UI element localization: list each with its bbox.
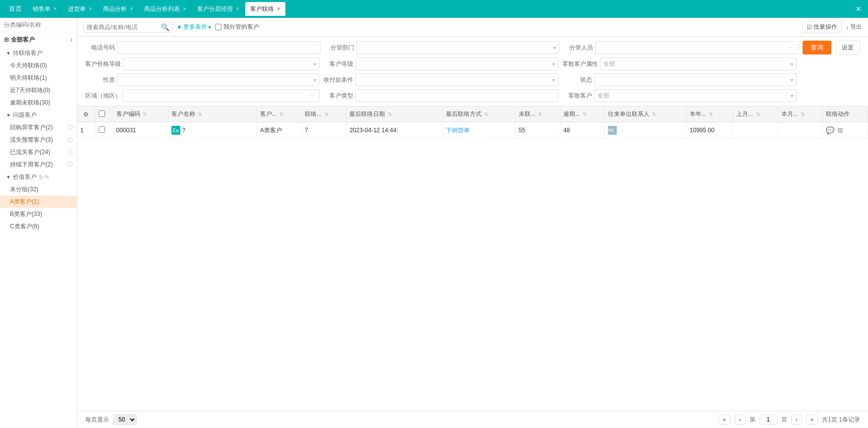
- region-dots-icon[interactable]: ···: [307, 92, 316, 99]
- col-last-date[interactable]: 最后联络日期 ⇅: [346, 107, 442, 122]
- col-overdue[interactable]: 逾期... ⇅: [560, 107, 604, 122]
- main-search-icon[interactable]: 🔍: [161, 23, 169, 31]
- close-analysis-list-tab-icon[interactable]: ×: [183, 5, 186, 12]
- message-action-icon[interactable]: 💬: [826, 126, 834, 134]
- customer-level-select[interactable]: ▾: [355, 57, 558, 70]
- col-last-month[interactable]: 上月... ⇅: [733, 107, 778, 122]
- col-customer-type[interactable]: 客户... ⇅: [257, 107, 301, 122]
- nav-tab-purchase[interactable]: 进货单 ×: [63, 2, 97, 16]
- nav-tab-analysis-list[interactable]: 商品分析列表 ×: [139, 2, 191, 16]
- col-gear[interactable]: ⚙: [77, 107, 95, 122]
- filter-field-price-level: 客户价格等级 ▾: [85, 57, 320, 70]
- col-unit-contacts[interactable]: 往来单位联系人 ⇅: [605, 107, 687, 122]
- phone-input[interactable]: [117, 41, 321, 54]
- col-checkbox[interactable]: [95, 107, 113, 122]
- payment-arrow-icon: ▾: [552, 77, 555, 83]
- prev-page-button[interactable]: ‹: [735, 415, 746, 425]
- sidebar-search-box[interactable]: 🔍: [0, 18, 77, 32]
- price-level-select[interactable]: ▾: [123, 57, 320, 70]
- close-purchase-tab-icon[interactable]: ×: [89, 5, 92, 12]
- sidebar-all-customers[interactable]: ⊞ 全部客户 ‹: [0, 32, 77, 47]
- sidebar-collapse-icon[interactable]: ‹: [70, 35, 73, 44]
- first-page-button[interactable]: «: [718, 415, 731, 425]
- sidebar-item-classB[interactable]: B类客户(33): [0, 208, 77, 220]
- retail-customer-arrow-icon: ▾: [791, 93, 793, 99]
- window-close-button[interactable]: ×: [853, 4, 864, 14]
- col-this-month[interactable]: 本月... ⇅: [778, 107, 822, 122]
- nav-tab-analysis[interactable]: 商品分析 ×: [98, 2, 138, 16]
- region-select[interactable]: ···: [123, 89, 320, 102]
- cell-last-month: [733, 122, 778, 139]
- status-select[interactable]: ▾: [594, 73, 797, 86]
- close-contact-tab-icon[interactable]: ×: [277, 5, 280, 12]
- sidebar-item-churn-warn[interactable]: 流失预警客户(3) ⓘ: [0, 134, 77, 146]
- refresh-icon[interactable]: ↻: [39, 174, 44, 181]
- close-sales-tab-icon[interactable]: ×: [54, 5, 57, 12]
- page-size-select[interactable]: 50: [113, 414, 137, 425]
- sidebar-item-near7[interactable]: 近7天待联络(0): [0, 84, 77, 97]
- nav-tab-customer-segment[interactable]: 客户分层经营 ×: [192, 2, 244, 16]
- col-this-year[interactable]: 本年... ⇅: [687, 107, 733, 122]
- sidebar-item-tomorrow[interactable]: 明天待联络(1): [0, 72, 77, 84]
- person-select[interactable]: ···: [595, 41, 799, 54]
- nav-tab-customer-contact[interactable]: 客户联络 ×: [245, 2, 285, 16]
- nature-select[interactable]: ▾: [117, 73, 320, 86]
- query-button[interactable]: 查询: [803, 41, 831, 54]
- more-filter-button[interactable]: ▼ 更多条件 ▾: [176, 23, 211, 31]
- nav-home[interactable]: 首页: [4, 2, 27, 16]
- retail-attr-select[interactable]: 全部 ▾: [600, 57, 797, 70]
- col-last-method[interactable]: 最后联络方式 ⇅: [442, 107, 515, 122]
- close-segment-tab-icon[interactable]: ×: [236, 5, 239, 12]
- sort-tmonth-icon: ⇅: [801, 111, 805, 117]
- retail-customer-select[interactable]: 全部 ▾: [594, 89, 797, 102]
- sidebar-item-overdue[interactable]: 逾期未联络(30): [0, 97, 77, 109]
- settings-button[interactable]: 设置: [835, 41, 860, 54]
- footer-pagination: 每页显示 50 « ‹ 第 页 › » 共1页 1条记录: [77, 411, 868, 428]
- sidebar-item-repurchase[interactable]: 回购异常客户(2) ⓘ: [0, 121, 77, 134]
- edit-value-icon[interactable]: ✎: [45, 174, 50, 181]
- dept-select[interactable]: ▾: [356, 41, 560, 54]
- sidebar-group-problem[interactable]: ▼ 问题客户: [0, 109, 77, 121]
- person-dots-icon[interactable]: ···: [786, 44, 795, 51]
- sidebar-item-today[interactable]: 今天待联络(0): [0, 59, 77, 72]
- sidebar-group-pending[interactable]: ▼ 待联络客户: [0, 47, 77, 59]
- sidebar-group-value[interactable]: ▼ 价值客户 ↻ ✎: [0, 171, 77, 183]
- main-search-box[interactable]: 🔍: [83, 22, 172, 33]
- sidebar-item-ungroup[interactable]: 未分组(32): [0, 183, 77, 196]
- export-button[interactable]: ↓ 导出: [846, 23, 862, 31]
- col-no-contact[interactable]: 未联... ⇅: [515, 107, 560, 122]
- my-customers-checkbox[interactable]: [215, 24, 221, 30]
- sidebar-item-classC[interactable]: C类客户(6): [0, 220, 77, 233]
- sidebar-item-continue-decline[interactable]: 持续下滑客户(2) ⓘ: [0, 159, 77, 171]
- filter-bar: 🔍 ▼ 更多条件 ▾ 我分管的客户 ☑ 批量操作 ↓ 导出: [77, 18, 868, 37]
- customer-type-select[interactable]: [355, 89, 558, 102]
- sort-unit-icon: ⇅: [652, 111, 656, 117]
- select-all-checkbox[interactable]: [99, 110, 105, 117]
- close-analysis-tab-icon[interactable]: ×: [130, 5, 133, 12]
- filter-field-customer-type: 客户类型: [324, 89, 558, 102]
- col-name[interactable]: 客户名称 ⇅: [168, 107, 257, 122]
- page-number-input[interactable]: [760, 415, 777, 425]
- sidebar: 🔍 ⊞ 全部客户 ‹ ▼ 待联络客户 今天待联络(0) 明天待联络(1) 近7天…: [0, 18, 77, 428]
- sort-lmonth-icon: ⇅: [756, 111, 760, 117]
- cell-last-method[interactable]: 下销货单: [442, 122, 515, 139]
- next-page-button[interactable]: ›: [791, 415, 802, 425]
- col-contact-count[interactable]: 联络... ⇅: [302, 107, 346, 122]
- sidebar-item-lost[interactable]: 已流失客户(24) ⓘ: [0, 146, 77, 159]
- main-search-input[interactable]: [87, 24, 161, 31]
- batch-operation-button[interactable]: ☑ 批量操作: [802, 21, 842, 33]
- sidebar-search-input[interactable]: [4, 21, 77, 28]
- cell-checkbox[interactable]: [95, 122, 113, 139]
- sort-code-icon: ⇅: [143, 111, 147, 117]
- my-customers-checkbox-group[interactable]: 我分管的客户: [215, 23, 259, 31]
- last-page-button[interactable]: »: [806, 415, 818, 425]
- qr-action-icon[interactable]: ⊞: [837, 126, 843, 134]
- sidebar-item-classA[interactable]: A类客户(1): [0, 196, 77, 208]
- nav-tab-sales[interactable]: 销售单 ×: [28, 2, 62, 16]
- filter-field-nature: 性质 ▾: [85, 73, 320, 86]
- col-code[interactable]: 客户编码 ⇅: [113, 107, 168, 122]
- col-action[interactable]: 联络动作: [822, 107, 868, 122]
- last-method-link[interactable]: 下销货单: [446, 127, 470, 134]
- row-checkbox[interactable]: [99, 126, 105, 133]
- payment-select[interactable]: ▾: [355, 73, 558, 86]
